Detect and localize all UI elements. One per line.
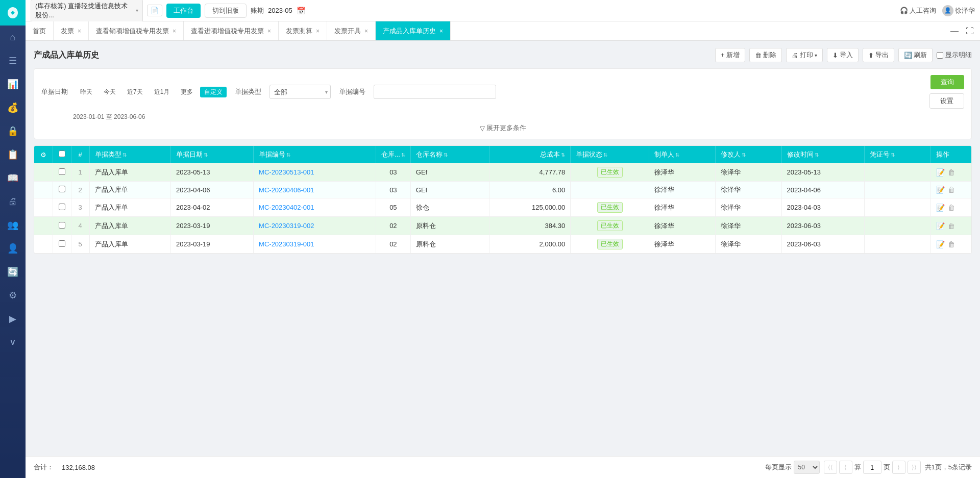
th-warehouse-code[interactable]: 仓库...⇅: [376, 146, 410, 163]
tab-check-sales[interactable]: 查看销项增值税专用发票 ×: [89, 21, 184, 41]
edit-icon-4[interactable]: 📝: [936, 240, 945, 248]
tab-open[interactable]: 发票开具 ×: [327, 21, 376, 41]
sidebar-item-refresh2[interactable]: 🔄: [0, 260, 26, 284]
row-checkbox-3[interactable]: [59, 222, 65, 229]
th-modifier[interactable]: 修改人⇅: [715, 146, 781, 163]
tab-check-purchase[interactable]: 查看进项增值税专用发票 ×: [184, 21, 279, 41]
date-opt-more[interactable]: 更多: [177, 87, 197, 97]
th-creator[interactable]: 制单人⇅: [649, 146, 716, 163]
date-opt-today[interactable]: 今天: [100, 87, 120, 97]
doc-icon-btn[interactable]: 📄: [147, 5, 162, 16]
tab-minimize-button[interactable]: —: [948, 27, 961, 36]
help-button[interactable]: 🎧 人工咨询: [900, 6, 936, 15]
tab-calc-close[interactable]: ×: [316, 28, 320, 35]
th-warehouse-name[interactable]: 仓库名称⇅: [410, 146, 489, 163]
th-type[interactable]: 单据类型⇅: [89, 146, 170, 163]
edit-icon-0[interactable]: 📝: [936, 168, 945, 177]
sidebar-item-list[interactable]: 📋: [0, 143, 26, 166]
tab-open-close[interactable]: ×: [364, 28, 368, 35]
first-page-button[interactable]: ⟨⟨: [824, 461, 837, 474]
set-button[interactable]: 设置: [929, 93, 964, 109]
new-button[interactable]: + 新增: [715, 48, 745, 62]
type-select[interactable]: 全部 产品入库单: [270, 85, 331, 99]
tab-calc[interactable]: 发票测算 ×: [279, 21, 327, 41]
code-link-2[interactable]: MC-20230402-001: [259, 204, 314, 211]
sidebar-item-play[interactable]: ▶: [0, 307, 26, 331]
th-code[interactable]: 单据编号⇅: [254, 146, 376, 163]
tab-invoice-close[interactable]: ×: [78, 28, 81, 35]
sidebar-item-home[interactable]: ⌂: [0, 26, 26, 49]
date-opt-7days[interactable]: 近7天: [123, 87, 147, 97]
tab-home[interactable]: 首页: [26, 21, 54, 41]
edit-icon-1[interactable]: 📝: [936, 186, 945, 194]
import-button[interactable]: ⬇ 导入: [827, 48, 859, 62]
code-link-0[interactable]: MC-20230513-001: [259, 168, 314, 176]
status-badge: 已生效: [597, 220, 623, 231]
export-button[interactable]: ⬆ 导出: [863, 48, 894, 62]
last-page-button[interactable]: ⟩⟩: [908, 461, 921, 474]
delete-icon-4[interactable]: 🗑: [948, 240, 955, 248]
workbench-button[interactable]: 工作台: [166, 4, 201, 18]
tab-check-purchase-close[interactable]: ×: [267, 28, 271, 35]
sidebar-item-version[interactable]: V: [0, 331, 26, 354]
th-status[interactable]: 单据状态⇅: [571, 146, 649, 163]
refresh-button[interactable]: 🔄 刷新: [898, 48, 933, 62]
td-modify-time: 2023-04-06: [781, 182, 864, 198]
page-input[interactable]: [863, 461, 881, 474]
query-button[interactable]: 查询: [930, 75, 964, 89]
delete-icon-1[interactable]: 🗑: [948, 186, 955, 194]
tab-history[interactable]: 产成品入库单历史 ×: [376, 21, 451, 41]
sidebar-item-gear[interactable]: ⚙: [0, 284, 26, 307]
user-menu[interactable]: 👤 徐泽华: [942, 5, 975, 16]
show-detail-checkbox[interactable]: [937, 52, 943, 59]
code-link-3[interactable]: MC-20230319-002: [259, 222, 314, 230]
sidebar-item-book[interactable]: 📖: [0, 166, 26, 190]
expand-button[interactable]: ▽ 展开更多条件: [41, 123, 964, 133]
delete-button[interactable]: 🗑 删除: [749, 48, 782, 62]
th-total-cost[interactable]: 总成本⇅: [489, 146, 571, 163]
code-link-1[interactable]: MC-20230406-001: [259, 186, 314, 194]
code-link-4[interactable]: MC-20230319-001: [259, 240, 314, 248]
prev-page-button[interactable]: ⟨: [839, 461, 852, 474]
sidebar-item-stamp[interactable]: 🖨: [0, 190, 26, 213]
page-size-select[interactable]: 10 20 50 100: [794, 461, 820, 474]
calendar-icon[interactable]: 📅: [297, 7, 305, 15]
row-checkbox-2[interactable]: [59, 204, 65, 210]
tab-maximize-button[interactable]: ⛶: [964, 27, 976, 36]
td-creator: 徐泽华: [649, 235, 716, 254]
tab-check-sales-close[interactable]: ×: [173, 28, 176, 35]
sidebar-item-lock[interactable]: 🔒: [0, 119, 26, 143]
number-input[interactable]: [374, 85, 496, 99]
sidebar-item-doc[interactable]: ☰: [0, 49, 26, 72]
row-checkbox-4[interactable]: [59, 240, 65, 247]
td-creator: 徐泽华: [649, 163, 716, 182]
date-opt-custom[interactable]: 自定义: [200, 87, 227, 97]
delete-icon-2[interactable]: 🗑: [948, 204, 955, 212]
next-page-button[interactable]: ⟩: [892, 461, 905, 474]
select-all-checkbox[interactable]: [59, 150, 65, 157]
delete-icon-3[interactable]: 🗑: [948, 222, 955, 230]
tab-history-close[interactable]: ×: [439, 28, 443, 35]
sidebar-item-person[interactable]: 👤: [0, 237, 26, 260]
row-checkbox-0[interactable]: [59, 168, 65, 175]
date-opt-1month[interactable]: 近1月: [150, 87, 174, 97]
sidebar-item-manage[interactable]: 👥: [0, 213, 26, 237]
tab-invoice[interactable]: 发票 ×: [54, 21, 89, 41]
th-modify-time[interactable]: 修改时间⇅: [781, 146, 864, 163]
tab-open-label: 发票开具: [334, 27, 361, 36]
th-settings[interactable]: ⚙: [34, 146, 53, 163]
print-button[interactable]: 🖨 打印 ▾: [786, 48, 823, 62]
th-date[interactable]: 单据日期⇅: [170, 146, 253, 163]
delete-icon-0[interactable]: 🗑: [948, 168, 955, 177]
row-ops-2: 📝 🗑: [936, 204, 967, 212]
company-selector[interactable]: (库存核算) 直播轻拢通信息技术股份... ▾: [31, 0, 143, 22]
th-check[interactable]: [53, 146, 71, 163]
edit-icon-2[interactable]: 📝: [936, 204, 945, 212]
sidebar-item-tax[interactable]: 💰: [0, 96, 26, 119]
sidebar-item-chart[interactable]: 📊: [0, 72, 26, 96]
th-voucher[interactable]: 凭证号⇅: [864, 146, 930, 163]
row-checkbox-1[interactable]: [59, 186, 65, 192]
switch-version-button[interactable]: 切到旧版: [205, 4, 247, 18]
date-opt-yesterday[interactable]: 昨天: [76, 87, 96, 97]
edit-icon-3[interactable]: 📝: [936, 222, 945, 230]
